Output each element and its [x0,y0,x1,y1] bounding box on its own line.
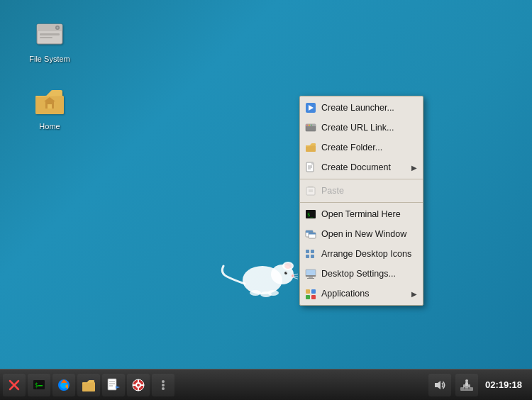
create-document-submenu-arrow: ▶ [411,164,417,172]
svg-rect-48 [306,255,309,258]
menu-item-arrange-icons-label: Arrange Desktop Icons [321,249,411,259]
svg-point-30 [311,125,312,126]
menu-item-create-url-link[interactable]: Create URL Link... [300,118,423,138]
svg-rect-77 [141,384,144,386]
svg-line-18 [293,273,298,275]
open-terminal-icon: $_ [304,208,317,221]
arrange-icons-icon [304,248,317,260]
context-menu: Create Launcher... Create URL Link... Cr… [299,96,423,306]
svg-rect-56 [306,295,310,299]
svg-rect-84 [464,387,465,389]
menu-item-open-terminal-label: Open Terminal Here [321,209,401,219]
home-icon-image [33,84,67,118]
separator-2 [300,202,423,203]
paste-icon [304,184,317,197]
taskbar-more-button[interactable] [152,374,174,396]
svg-rect-10 [48,104,52,109]
svg-point-23 [267,290,279,296]
filesystem-svg [34,18,65,50]
desktop: File System Home [0,0,532,369]
svg-point-79 [162,384,165,387]
menu-item-paste[interactable]: Paste [300,181,423,201]
menu-item-applications-label: Applications [321,289,369,299]
svg-point-80 [162,387,165,390]
texteditor-icon [106,377,121,393]
svg-rect-52 [309,277,313,278]
svg-rect-5 [40,37,52,38]
close-icon [7,378,21,392]
open-new-window-icon [304,228,317,240]
network-icon [459,377,475,393]
applications-icon [304,287,317,300]
terminal-icon: $ [32,378,46,392]
taskbar-network-button[interactable] [455,374,478,396]
svg-marker-81 [435,381,440,389]
taskbar-close-button[interactable] [3,374,26,396]
svg-point-87 [465,379,468,382]
help-icon [131,377,146,393]
menu-item-create-folder-label: Create Folder... [321,143,382,152]
menu-item-desktop-settings[interactable]: Desktop Settings... [300,264,423,284]
applications-submenu-arrow: ▶ [411,290,417,298]
svg-line-20 [293,277,298,280]
svg-rect-86 [465,382,468,386]
svg-rect-85 [468,387,470,389]
svg-point-14 [284,263,292,269]
menu-item-create-document[interactable]: Create Document ▶ [300,157,423,177]
svg-point-21 [250,290,261,296]
menu-item-create-launcher[interactable]: Create Launcher... [300,98,423,118]
filesystem-icon-label: File System [29,54,70,64]
svg-rect-62 [38,385,43,387]
svg-rect-43 [306,230,313,233]
svg-rect-46 [306,250,309,253]
home-icon-label: Home [39,121,60,131]
menu-item-open-new-window-label: Open in New Window [321,229,406,239]
taskbar: $ [0,369,532,400]
home-desktop-icon[interactable]: Home [21,82,78,134]
svg-text:$_: $_ [307,212,314,218]
menu-item-create-document-label: Create Document [321,162,391,172]
svg-rect-54 [306,289,310,294]
svg-point-16 [286,272,287,272]
menu-item-create-url-link-label: Create URL Link... [321,123,394,133]
taskbar-firefox-button[interactable] [52,374,75,396]
desktop-settings-icon [304,267,317,280]
taskbar-terminal-button[interactable]: $ [28,374,50,396]
separator-1 [300,179,423,179]
svg-rect-75 [138,388,139,391]
svg-rect-74 [138,379,139,382]
create-launcher-icon [304,101,317,114]
menu-item-paste-label: Paste [321,186,344,196]
firefox-icon [56,377,72,393]
svg-rect-47 [311,250,314,253]
menu-item-desktop-settings-label: Desktop Settings... [321,269,396,279]
taskbar-clock: 02:19:18 [482,379,525,390]
svg-rect-55 [311,289,316,294]
svg-point-28 [306,125,308,126]
menu-item-open-terminal[interactable]: $_ Open Terminal Here [300,204,423,224]
menu-item-create-launcher-label: Create Launcher... [321,103,394,113]
menu-item-arrange-icons[interactable]: Arrange Desktop Icons [300,244,423,264]
svg-rect-4 [40,33,60,35]
taskbar-help-button[interactable] [127,374,150,396]
filesystem-desktop-icon[interactable]: File System [21,14,78,67]
clock-display: 02:19:18 [485,379,522,390]
taskbar-left: $ [3,374,174,396]
svg-rect-57 [311,295,316,299]
mouse-mascot [220,245,298,301]
svg-text:$: $ [35,382,38,389]
svg-rect-51 [306,275,316,277]
menu-item-open-new-window[interactable]: Open in New Window [300,224,423,244]
menu-item-create-folder[interactable]: Create Folder... [300,138,423,157]
taskbar-texteditor-button[interactable] [102,374,125,396]
taskbar-volume-button[interactable] [428,374,451,396]
mouse-mascot-svg [220,245,298,301]
svg-rect-76 [133,384,135,386]
svg-point-78 [162,380,165,383]
create-folder-icon [304,141,317,154]
svg-rect-53 [307,278,314,279]
taskbar-filemanager-button[interactable] [77,374,100,396]
menu-item-applications[interactable]: Applications ▶ [300,284,423,304]
svg-point-73 [137,384,140,387]
svg-point-3 [57,27,59,29]
